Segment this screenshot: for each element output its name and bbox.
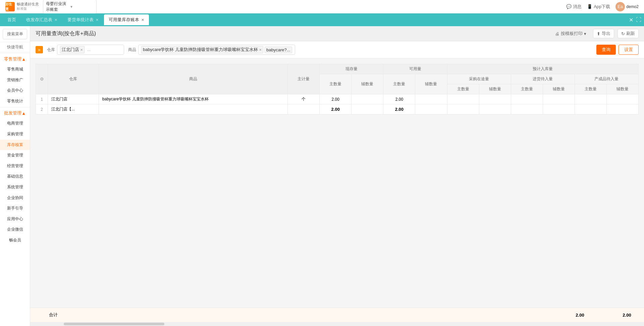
sidebar-item-purchase[interactable]: 采购管理 bbox=[0, 129, 30, 140]
footer-total-row: 合计 2.00 2.00 bbox=[36, 311, 639, 319]
export-icon: ⬆ bbox=[597, 31, 600, 36]
tab-home-label: 首页 bbox=[7, 17, 16, 23]
export-label: 导出 bbox=[602, 31, 610, 37]
refresh-label: 刷新 bbox=[626, 31, 635, 37]
product-filter-label: 商品 bbox=[128, 47, 136, 53]
content: 可用量查询(按仓库+商品) 🖨 按模板打印 ▾ ⬆ 导出 ↻ 刷新 » bbox=[30, 26, 644, 326]
avatar-text: Ea bbox=[618, 4, 623, 9]
sidebar-item-inventory-check[interactable]: 库存核算 bbox=[0, 140, 30, 150]
tab-available-stock-close-icon[interactable]: ✕ bbox=[141, 18, 144, 22]
tab-receive-summary[interactable]: 收发存汇总表 ✕ bbox=[21, 14, 62, 25]
settings-col-icon[interactable]: ⚙ bbox=[40, 77, 44, 82]
filter-warehouse: 仓库 江北门店 ✕ ... bbox=[47, 45, 124, 55]
top-bar-left: 好生意 畅捷通好生意 标准版 母婴行业演示账套 ▾ bbox=[5, 0, 97, 14]
row1-avail-main: 2.00 bbox=[383, 94, 415, 104]
col-purchase-transit-header: 采购在途量 bbox=[447, 74, 511, 84]
sidebar-item-ops[interactable]: 经营管理 bbox=[0, 161, 30, 172]
col-stock-header: 现存量 bbox=[320, 64, 383, 74]
industry-selector[interactable]: 母婴行业演示账套 ▾ bbox=[43, 0, 97, 14]
tab-order-stats[interactable]: 要货单统计表 ✕ bbox=[63, 14, 103, 25]
download-icon: 📱 bbox=[587, 4, 592, 9]
row2-ip-aux bbox=[543, 104, 575, 114]
row2-pt-main bbox=[447, 104, 479, 114]
print-chevron-icon: ▾ bbox=[584, 31, 586, 36]
query-button[interactable]: 查询 bbox=[596, 45, 616, 55]
logo-sub: 标准版 bbox=[17, 6, 39, 11]
sidebar-item-app-center[interactable]: 应用中心 bbox=[0, 214, 30, 225]
warehouse-filter-label: 仓库 bbox=[47, 47, 55, 53]
col-fp-aux-header: 辅数量 bbox=[606, 84, 638, 94]
nav-tabs: 首页 收发存汇总表 ✕ 要货单统计表 ✕ 可用量库存账本 ✕ ✕ ⛶ bbox=[0, 13, 644, 26]
user-area[interactable]: Ea demo2 bbox=[615, 2, 639, 11]
sidebar-item-quick-nav[interactable]: 快捷导航 bbox=[0, 42, 30, 52]
sidebar-item-marketing[interactable]: 营销推广 bbox=[0, 75, 30, 86]
scroll-thumb[interactable] bbox=[64, 323, 164, 325]
row2-fp-aux bbox=[606, 104, 638, 114]
tab-order-stats-close-icon[interactable]: ✕ bbox=[96, 18, 99, 22]
col-unit-header: 主计量 bbox=[288, 64, 320, 94]
refresh-button[interactable]: ↻ 刷新 bbox=[618, 29, 639, 38]
warehouse-tag-input[interactable]: 江北门店 ✕ ... bbox=[57, 45, 124, 55]
product-tag2-label: babycare?... bbox=[266, 47, 290, 52]
footer-table: 合计 2.00 2.00 bbox=[36, 311, 639, 319]
sidebar-item-sys-mgmt[interactable]: 系统管理 bbox=[0, 182, 30, 193]
row1-unit: 个 bbox=[288, 94, 320, 104]
row2-avail-main: 2.00 bbox=[383, 104, 415, 114]
footer-product-spacer bbox=[447, 311, 548, 319]
filter-expand-button[interactable]: » bbox=[36, 46, 43, 53]
sidebar-item-new-guide[interactable]: 新手引导 bbox=[0, 203, 30, 214]
warehouse-more-icon[interactable]: ... bbox=[86, 47, 92, 52]
row2-unit bbox=[288, 104, 320, 114]
row1-fp-aux bbox=[606, 94, 638, 104]
message-button[interactable]: 💬 消息 bbox=[566, 4, 582, 10]
sidebar-group-wholesale-chevron: ▲ bbox=[21, 111, 26, 116]
export-button[interactable]: ⬆ 导出 bbox=[593, 29, 614, 38]
col-stock-aux-header: 辅数量 bbox=[352, 74, 383, 94]
footer-avail-main-total: 2.00 bbox=[615, 311, 639, 319]
sidebar: 搜索菜单 快捷导航 零售管理 ▲ 零售商城 营销推广 会员中心 零售统计 批发管… bbox=[0, 26, 30, 326]
product-tag-input[interactable]: babycare学饮杯 儿童防摔防撞吸管杯重力球吸嘴杯宝宝水杯 ✕ babyca… bbox=[138, 45, 295, 55]
sidebar-item-enterprise-collab[interactable]: 企业协同 bbox=[0, 193, 30, 203]
sidebar-search: 搜索菜单 bbox=[0, 26, 30, 42]
sidebar-item-finance[interactable]: 资金管理 bbox=[0, 150, 30, 161]
user-name: demo2 bbox=[626, 4, 639, 9]
col-inbound-pending-header: 进货待入量 bbox=[511, 74, 575, 84]
sidebar-item-enterprise-wechat[interactable]: 企业微信 bbox=[0, 224, 30, 235]
tab-close-all-icon[interactable]: ✕ bbox=[629, 17, 633, 23]
sidebar-item-member-center[interactable]: 会员中心 bbox=[0, 85, 30, 96]
table-body: 1 江北门店 babycare学饮杯 儿童防摔防撞吸管杯重力球吸嘴杯宝宝水杯 个… bbox=[36, 94, 639, 114]
warehouse-tag-jingbei: 江北门店 ✕ bbox=[60, 46, 85, 53]
settings-button[interactable]: 设置 bbox=[619, 45, 639, 55]
sidebar-item-vip[interactable]: 畅会员 bbox=[0, 235, 30, 246]
warehouse-tag-label: 江北门店 bbox=[62, 47, 79, 53]
print-template-button[interactable]: 🖨 按模板打印 ▾ bbox=[552, 29, 590, 38]
col-avail-aux-header: 辅数量 bbox=[415, 74, 447, 94]
footer-stock-aux-spacer bbox=[592, 311, 615, 319]
sidebar-item-retail-mall[interactable]: 零售商城 bbox=[0, 64, 30, 75]
row1-stock-aux bbox=[352, 94, 383, 104]
search-menu-button[interactable]: 搜索菜单 bbox=[3, 29, 27, 39]
row2-warehouse: 江北门店【... bbox=[48, 104, 99, 114]
warehouse-tag-close-icon[interactable]: ✕ bbox=[80, 48, 83, 52]
table-scrollbar[interactable] bbox=[30, 322, 644, 326]
col-ip-aux-header: 辅数量 bbox=[543, 84, 575, 94]
footer-row: 合计 2.00 2.00 bbox=[36, 311, 639, 319]
industry-label: 母婴行业演示账套 bbox=[46, 1, 69, 12]
col-ip-main-header: 主数量 bbox=[511, 84, 543, 94]
tab-receive-summary-close-icon[interactable]: ✕ bbox=[54, 18, 57, 22]
col-pt-aux-header: 辅数量 bbox=[479, 84, 511, 94]
product-tag-close-icon[interactable]: ✕ bbox=[259, 48, 262, 52]
tab-expand-icon[interactable]: ⛶ bbox=[636, 17, 641, 23]
tab-available-stock[interactable]: 可用量库存账本 ✕ bbox=[104, 14, 149, 25]
sidebar-group-wholesale[interactable]: 批发管理 ▲ bbox=[0, 108, 30, 118]
sidebar-group-retail[interactable]: 零售管理 ▲ bbox=[0, 54, 30, 64]
app-download-button[interactable]: 📱 App下载 bbox=[587, 4, 610, 10]
sidebar-divider-2 bbox=[0, 107, 30, 107]
row2-product bbox=[99, 104, 287, 114]
sidebar-item-retail-stats[interactable]: 零售统计 bbox=[0, 96, 30, 107]
sidebar-item-basic-info[interactable]: 基础信息 bbox=[0, 171, 30, 182]
tab-home[interactable]: 首页 bbox=[3, 14, 21, 25]
row1-num: 1 bbox=[36, 94, 48, 104]
sidebar-item-ecommerce[interactable]: 电商管理 bbox=[0, 118, 30, 129]
table-footer: 合计 2.00 2.00 bbox=[30, 308, 644, 322]
